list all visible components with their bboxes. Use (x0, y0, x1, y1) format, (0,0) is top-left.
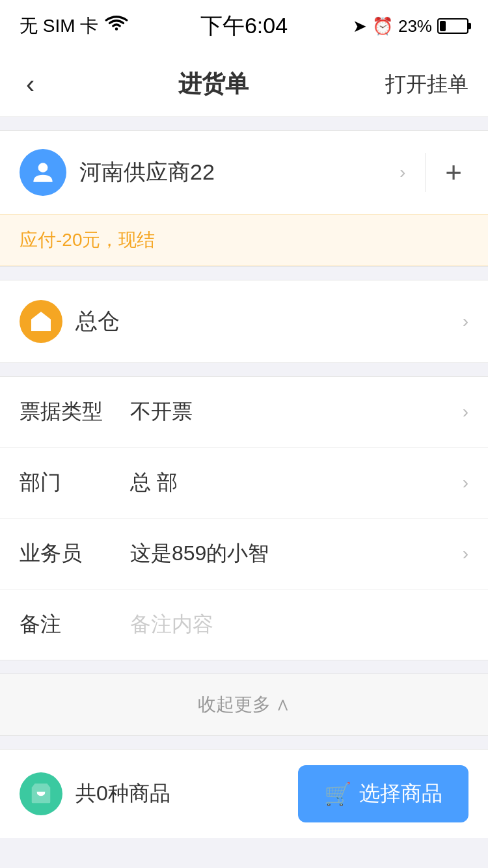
supplier-name: 河南供应商22 (79, 157, 400, 187)
collapse-label: 收起更多 ∧ (198, 692, 291, 717)
supplier-divider (425, 153, 426, 192)
remark-label: 备注 (20, 610, 111, 639)
select-product-icon: 🛒 (324, 781, 351, 807)
salesperson-label: 业务员 (20, 539, 111, 568)
supplier-chevron-icon: › (400, 162, 405, 183)
battery-icon (437, 18, 468, 34)
svg-point-0 (38, 163, 48, 172)
department-label: 部门 (20, 468, 111, 497)
svg-rect-1 (38, 323, 44, 331)
invoice-type-row[interactable]: 票据类型 不开票 › (0, 377, 488, 448)
select-product-button[interactable]: 🛒 选择商品 (298, 765, 468, 822)
add-button[interactable]: + (439, 153, 468, 192)
warehouse-name: 总仓 (75, 306, 463, 336)
footer-bar: 共0种商品 🛒 选择商品 (0, 749, 488, 838)
cart-icon (29, 781, 53, 806)
warehouse-icon (28, 308, 54, 334)
department-row[interactable]: 部门 总 部 › (0, 448, 488, 519)
nav-bar: ‹ 进货单 打开挂单 (0, 52, 488, 117)
status-bar: 无 SIM 卡 下午6:04 ➤ ⏰ 23% (0, 0, 488, 52)
invoice-type-label: 票据类型 (20, 398, 111, 426)
supplier-row[interactable]: 河南供应商22 › + (0, 131, 488, 214)
select-product-label: 选择商品 (359, 780, 442, 808)
salesperson-value: 这是859的小智 (130, 539, 463, 568)
status-time: 下午6:04 (200, 11, 288, 41)
invoice-type-chevron-icon: › (463, 401, 468, 422)
notice-banner: 应付-20元，现结 (0, 214, 488, 266)
salesperson-chevron-icon: › (463, 543, 468, 564)
battery-percent: 23% (398, 16, 432, 36)
remark-input[interactable]: 备注内容 (130, 610, 468, 639)
supplier-section: 河南供应商22 › + 应付-20元，现结 (0, 130, 488, 267)
alarm-icon: ⏰ (372, 16, 393, 36)
open-pending-button[interactable]: 打开挂单 (385, 70, 468, 99)
warehouse-chevron-icon: › (463, 311, 468, 332)
back-button[interactable]: ‹ (20, 63, 41, 105)
notice-text: 应付-20元，现结 (20, 230, 155, 250)
carrier-label: 无 SIM 卡 (20, 14, 98, 38)
person-icon (29, 158, 57, 187)
product-count-label: 共0种商品 (75, 780, 298, 808)
bottom-space (0, 838, 488, 868)
form-section: 票据类型 不开票 › 部门 总 部 › 业务员 这是859的小智 › 备注 备注… (0, 376, 488, 660)
gap-1 (0, 117, 488, 130)
collapse-row[interactable]: 收起更多 ∧ (0, 673, 488, 736)
page-title: 进货单 (178, 68, 249, 100)
warehouse-icon-wrap (20, 300, 62, 343)
department-value: 总 部 (130, 468, 463, 497)
wifi-icon (105, 15, 128, 38)
department-chevron-icon: › (463, 472, 468, 493)
cart-icon-wrap (20, 772, 62, 815)
location-icon: ➤ (353, 16, 367, 36)
remark-row[interactable]: 备注 备注内容 (0, 590, 488, 660)
invoice-type-value: 不开票 (130, 398, 463, 426)
status-right: ➤ ⏰ 23% (353, 16, 468, 36)
status-left: 无 SIM 卡 (20, 14, 128, 38)
warehouse-row[interactable]: 总仓 › (0, 280, 488, 363)
supplier-avatar (20, 149, 66, 196)
salesperson-row[interactable]: 业务员 这是859的小智 › (0, 519, 488, 590)
